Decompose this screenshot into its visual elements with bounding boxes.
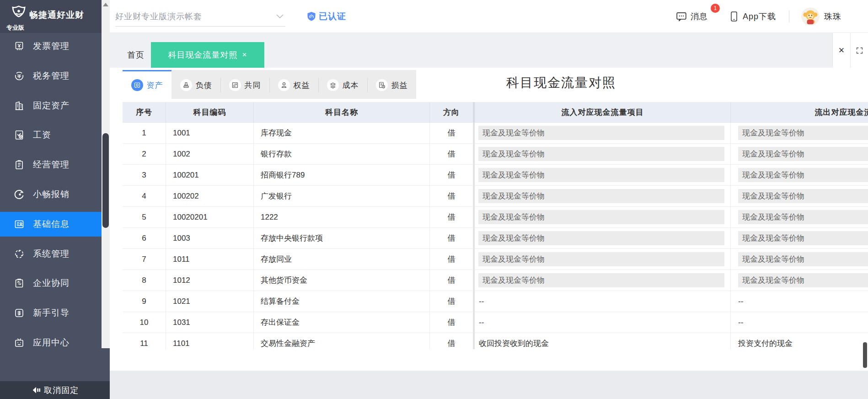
category-tab[interactable]: 资产 [123,70,171,99]
account-set-selector[interactable]: 好业财专业版演示帐套 [115,6,285,27]
sidebar-item[interactable]: 经营管理 [0,152,102,177]
app-download-button[interactable]: App下载 [729,11,776,22]
operations-icon [14,159,25,170]
category-tab[interactable]: 负债 [171,70,220,99]
messages-button[interactable]: 消息 1 [676,11,708,22]
table-row[interactable]: 10 1031 存出保证金 借 -- -- [123,312,868,333]
cell-inflow: 收回投资收到的现金 [473,333,731,349]
message-icon [676,11,687,22]
inflow-value[interactable]: 现金及现金等价物 [478,126,724,140]
sidebar-item[interactable]: 应用中心 [0,330,102,355]
tab-active-page[interactable]: 科目现金流量对照 × [151,42,264,68]
cell-inflow: 现金及现金等价物 [473,228,731,249]
cell-name: 招商银行789 [254,165,430,186]
cell-seq: 4 [123,186,166,207]
username[interactable]: 珠珠 [824,11,841,22]
inflow-value[interactable]: 现金及现金等价物 [478,210,724,224]
fullscreen-button[interactable] [850,33,868,68]
outflow-value[interactable]: 现金及现金等价物 [738,210,868,224]
avatar[interactable] [801,7,820,26]
cell-name: 交易性金融资产 [254,333,430,349]
table-row[interactable]: 1 1001 库存现金 借 现金及现金等价物 现金及现金等价物 [123,123,868,144]
tab-close-icon[interactable]: × [242,50,247,59]
sidebar-item[interactable]: 发票管理 [0,34,102,59]
cell-inflow: 现金及现金等价物 [473,249,731,270]
cell-name: 存放同业 [254,249,430,270]
sidebar-item[interactable]: 系统管理 [0,242,102,266]
sidebar-item[interactable]: 小畅报销 [0,182,102,207]
cell-code: 1012 [166,270,254,291]
outflow-value[interactable]: 现金及现金等价物 [738,126,868,140]
column-header: 流出对应现金流量项目 [731,102,868,123]
sidebar-item[interactable]: 基础信息 [0,212,102,237]
inflow-value[interactable]: 现金及现金等价物 [478,147,724,161]
unpin-sidebar-button[interactable]: 取消固定 [0,381,110,399]
outflow-value: -- [731,291,868,312]
inflow-value[interactable]: 现金及现金等价物 [478,189,724,203]
scroll-up-arrow-icon[interactable] [103,3,108,6]
table-row[interactable]: 5 10020201 1222 借 现金及现金等价物 现金及现金等价物 [123,207,868,228]
app-center-icon [14,337,25,348]
table-row[interactable]: 2 1002 银行存款 借 现金及现金等价物 现金及现金等价物 [123,144,868,165]
tab-home[interactable]: 首页 [127,42,145,68]
verified-badge[interactable]: 已认证 [306,0,346,33]
cell-outflow: 现金及现金等价物 [731,207,868,228]
sidebar-item[interactable]: 企业协同 [0,271,102,296]
column-header: 序号 [123,102,166,123]
sidebar-scrollbar-thumb[interactable] [102,133,109,228]
panel-scrollbar-thumb[interactable] [863,342,867,368]
category-tab-label: 负债 [196,80,212,91]
inflow-value[interactable]: 现金及现金等价物 [478,231,724,245]
cell-outflow: 现金及现金等价物 [731,123,868,144]
outflow-value[interactable]: 现金及现金等价物 [738,252,868,266]
sidebar-item-label: 固定资产 [33,100,70,112]
sidebar-nav: 发票管理 税务管理 固定资产 工资 经营管理 [0,33,110,381]
category-tab[interactable]: 损益 [367,70,416,99]
phone-icon [729,11,739,22]
table-row[interactable]: 8 1012 其他货币资金 借 现金及现金等价物 现金及现金等价物 [123,270,868,291]
cell-code: 1031 [166,312,254,333]
liability-icon [180,79,192,91]
category-tab[interactable]: 成本 [318,70,367,99]
brand-name: 畅捷通好业财 [29,9,84,21]
cell-seq: 2 [123,144,166,165]
guide-icon [14,307,25,318]
common-icon [229,79,241,91]
sidebar-item[interactable]: 税务管理 [0,64,102,88]
cell-direction: 借 [430,312,473,333]
inflow-value[interactable]: 现金及现金等价物 [478,252,724,266]
sidebar-scrollbar[interactable] [102,0,110,348]
cell-direction: 借 [430,144,473,165]
category-tab[interactable]: 共同 [220,70,269,99]
cell-code: 1101 [166,333,254,349]
outflow-value[interactable]: 现金及现金等价物 [738,168,868,182]
cell-name: 银行存款 [254,144,430,165]
cell-code: 1003 [166,228,254,249]
sidebar-item[interactable]: 固定资产 [0,93,102,118]
inflow-value[interactable]: 现金及现金等价物 [478,168,724,182]
outflow-value[interactable]: 现金及现金等价物 [738,231,868,245]
inflow-value[interactable]: 现金及现金等价物 [478,273,724,287]
table-row[interactable]: 3 100201 招商银行789 借 现金及现金等价物 现金及现金等价物 [123,165,868,186]
close-tabs-button[interactable]: × [832,33,850,68]
category-tab-label: 成本 [343,80,359,91]
unpin-label: 取消固定 [44,385,79,396]
outflow-value[interactable]: 现金及现金等价物 [738,273,868,287]
cell-direction: 借 [430,123,473,144]
table-row[interactable]: 7 1011 存放同业 借 现金及现金等价物 现金及现金等价物 [123,249,868,270]
outflow-value[interactable]: 现金及现金等价物 [738,189,868,203]
sidebar-item[interactable]: 新手引导 [0,301,102,325]
cell-direction: 借 [430,165,473,186]
cell-name: 库存现金 [254,123,430,144]
outflow-value[interactable]: 现金及现金等价物 [738,147,868,161]
table-row[interactable]: 6 1003 存放中央银行款项 借 现金及现金等价物 现金及现金等价物 [123,228,868,249]
collapse-icon [31,385,41,395]
table-row[interactable]: 11 1101 交易性金融资产 借 收回投资收到的现金 投资支付的现金 [123,333,868,349]
table-row[interactable]: 4 100202 广发银行 借 现金及现金等价物 现金及现金等价物 [123,186,868,207]
topbar-divider [789,11,789,22]
sidebar-item-label: 小畅报销 [33,189,70,200]
category-tab[interactable]: 权益 [269,70,318,99]
table-row[interactable]: 9 1021 结算备付金 借 -- -- [123,291,868,312]
profit-loss-icon [376,79,388,91]
sidebar-item[interactable]: 工资 [0,123,102,147]
